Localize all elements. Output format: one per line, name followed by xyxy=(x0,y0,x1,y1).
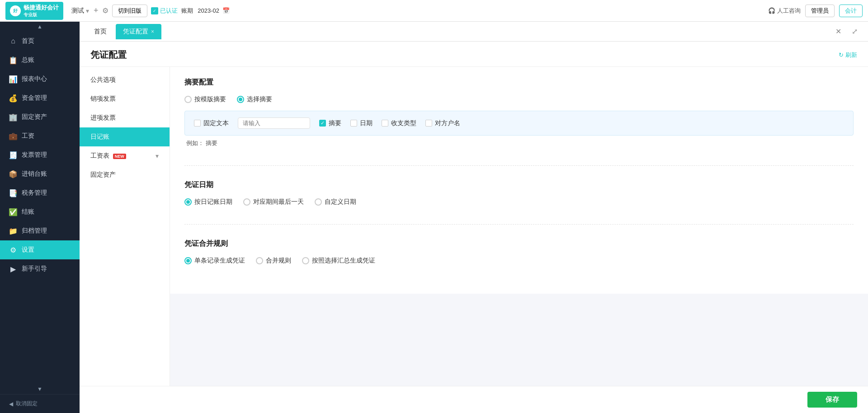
fixed-text-input[interactable] xyxy=(238,117,310,129)
sidebar-scroll-up[interactable]: ▲ xyxy=(0,22,80,32)
date-section: 凭证日期 按日记账日期 对应期间最后一天 xyxy=(184,180,854,206)
radio-template-summary[interactable]: 按模版摘要 xyxy=(184,95,226,103)
checkbox-fixed-text[interactable]: 固定文本 xyxy=(194,119,229,127)
radio-select-summary[interactable]: 选择摘要 xyxy=(237,95,272,103)
sidebar-scroll: ⌂ 首页 📋 总账 📊 报表中心 💰 资金管理 🏢 固定资产 💼 工资 xyxy=(0,32,80,384)
checkout-icon: ✅ xyxy=(9,208,17,216)
sidebar-item-invoices[interactable]: 🧾 发票管理 xyxy=(0,145,80,164)
switch-old-button[interactable]: 切到旧版 xyxy=(112,5,147,17)
project-name[interactable]: 测试 ▾ xyxy=(71,7,89,15)
radio-select-summary-gen[interactable]: 按照选择汇总生成凭证 xyxy=(302,257,375,265)
sidebar-scroll-down[interactable]: ▼ xyxy=(0,384,80,394)
refresh-icon: ↻ xyxy=(839,52,844,58)
sidebar-item-tax[interactable]: 📑 税务管理 xyxy=(0,183,80,202)
checkbox-summary[interactable]: 摘要 xyxy=(319,119,341,127)
radio-by-journal-date[interactable]: 按日记账日期 xyxy=(184,198,232,206)
cancel-fixed-button[interactable]: ◀ 取消固定 xyxy=(0,394,80,413)
headset-icon: 🎧 xyxy=(768,7,775,14)
summary-options-row: 固定文本 摘要 日期 xyxy=(184,111,854,136)
gear-icon[interactable]: ⚙ xyxy=(102,6,108,15)
sidebar-item-payroll[interactable]: 💼 工资 xyxy=(0,127,80,145)
checkbox-summary-box xyxy=(319,120,326,127)
settings-icon: ⚙ xyxy=(9,246,17,254)
checkbox-fixed-text-box xyxy=(194,120,201,127)
left-nav: 公共选项 销项发票 进项发票 日记账 工资表 NEW xyxy=(80,67,170,386)
tab-home[interactable]: 首页 xyxy=(87,24,114,39)
funds-icon: 💰 xyxy=(9,94,17,102)
sidebar-item-salesledger[interactable]: 📦 进销台账 xyxy=(0,164,80,183)
date-section-title: 凭证日期 xyxy=(184,180,854,190)
sidebar-item-checkout[interactable]: ✅ 结账 xyxy=(0,202,80,221)
page-title: 凭证配置 xyxy=(90,49,127,61)
tab-bar-right: ✕ ⤢ xyxy=(832,25,861,38)
checkbox-income-type-box xyxy=(382,120,388,127)
left-nav-sales-invoice[interactable]: 销项发票 xyxy=(80,89,170,108)
left-nav-payroll-table[interactable]: 工资表 NEW ▾ xyxy=(80,146,170,165)
left-nav-fixed-assets[interactable]: 固定资产 xyxy=(80,165,170,184)
reports-icon: 📊 xyxy=(9,75,17,83)
consult-button[interactable]: 🎧 人工咨询 xyxy=(768,7,801,15)
tab-voucher-config[interactable]: 凭证配置 × xyxy=(116,24,161,39)
period-info: 账期 2023-02 📅 xyxy=(181,7,230,15)
checkbox-date-box xyxy=(350,120,357,127)
certified-badge: ✓ 已认证 xyxy=(151,7,178,15)
radio-template-circle xyxy=(184,96,192,103)
sidebar-item-assets[interactable]: 🏢 固定资产 xyxy=(0,108,80,127)
summary-section: 摘要配置 按模版摘要 选择摘要 xyxy=(184,78,854,147)
tab-close-icon[interactable]: × xyxy=(151,28,154,35)
checkbox-counterpart[interactable]: 对方户名 xyxy=(425,119,460,127)
left-nav-public[interactable]: 公共选项 xyxy=(80,70,170,89)
company-name: 畅捷通好会计 xyxy=(24,4,59,12)
merge-section: 凭证合并规则 单条记录生成凭证 合并规则 xyxy=(184,239,854,265)
summary-section-title: 摘要配置 xyxy=(184,78,854,87)
radio-merge-rule[interactable]: 合并规则 xyxy=(256,257,291,265)
sidebar-item-reports[interactable]: 📊 报表中心 xyxy=(0,70,80,89)
tab-bar: 首页 凭证配置 × ✕ ⤢ xyxy=(80,22,868,42)
sidebar: ▲ ⌂ 首页 📋 总账 📊 报表中心 💰 资金管理 🏢 固定资产 xyxy=(0,22,80,413)
sidebar-item-ledger[interactable]: 📋 总账 xyxy=(0,51,80,70)
close-window-icon[interactable]: ✕ xyxy=(832,25,844,38)
company-logo: 好 畅捷通好会计 专业版 xyxy=(5,2,63,20)
merge-section-title: 凭证合并规则 xyxy=(184,239,854,249)
example-hint: 例如： 摘要 xyxy=(186,139,854,147)
company-name-text: 畅捷通好会计 专业版 xyxy=(24,4,59,18)
manager-button[interactable]: 管理员 xyxy=(805,5,835,17)
logo-icon: 好 xyxy=(10,5,21,16)
radio-single-record[interactable]: 单条记录生成凭证 xyxy=(184,257,245,265)
sidebar-item-settings[interactable]: ⚙ 设置 xyxy=(0,240,80,259)
main-layout: ▲ ⌂ 首页 📋 总账 📊 报表中心 💰 资金管理 🏢 固定资产 xyxy=(0,22,868,413)
top-bar: 好 畅捷通好会计 专业版 测试 ▾ + ⚙ 切到旧版 ✓ 已认证 账期 2023… xyxy=(0,0,868,22)
invoices-icon: 🧾 xyxy=(9,151,17,159)
edition-label: 专业版 xyxy=(24,12,59,18)
radio-last-day-circle xyxy=(243,198,250,206)
refresh-button[interactable]: ↻ 刷新 xyxy=(839,51,857,59)
checkbox-date[interactable]: 日期 xyxy=(350,119,373,127)
checkbox-income-type[interactable]: 收支类型 xyxy=(382,119,416,127)
expand-icon[interactable]: ⤢ xyxy=(848,25,861,38)
right-panel: 摘要配置 按模版摘要 选择摘要 xyxy=(170,67,868,294)
content-area: 首页 凭证配置 × ✕ ⤢ 凭证配置 ↻ 刷新 xyxy=(80,22,868,413)
radio-single-circle xyxy=(184,257,192,264)
accountant-button[interactable]: 会计 xyxy=(839,5,863,17)
summary-radio-group: 按模版摘要 选择摘要 xyxy=(184,95,854,103)
save-button[interactable]: 保存 xyxy=(807,392,857,408)
chevron-down-icon[interactable]: ▾ xyxy=(86,7,89,14)
plus-icon[interactable]: + xyxy=(94,6,99,15)
merge-radio-group: 单条记录生成凭证 合并规则 按照选择汇总生成凭证 xyxy=(184,257,854,265)
radio-select-summary-circle xyxy=(302,257,309,264)
guide-icon: ▶ xyxy=(9,265,17,273)
radio-last-day[interactable]: 对应期间最后一天 xyxy=(243,198,304,206)
radio-select-circle xyxy=(237,96,244,103)
left-nav-journal[interactable]: 日记账 xyxy=(80,127,170,146)
radio-custom-date[interactable]: 自定义日期 xyxy=(315,198,356,206)
top-actions: + ⚙ 切到旧版 ✓ 已认证 账期 2023-02 📅 xyxy=(94,5,230,17)
sidebar-item-funds[interactable]: 💰 资金管理 xyxy=(0,89,80,108)
radio-merge-circle xyxy=(256,257,263,264)
sidebar-item-archive[interactable]: 📁 归档管理 xyxy=(0,221,80,240)
sidebar-item-guide[interactable]: ▶ 新手引导 xyxy=(0,259,80,278)
tax-icon: 📑 xyxy=(9,189,17,197)
sidebar-item-home[interactable]: ⌂ 首页 xyxy=(0,32,80,51)
radio-by-journal-circle xyxy=(184,198,192,206)
archive-icon: 📁 xyxy=(9,227,17,235)
left-nav-purchase-invoice[interactable]: 进项发票 xyxy=(80,108,170,127)
